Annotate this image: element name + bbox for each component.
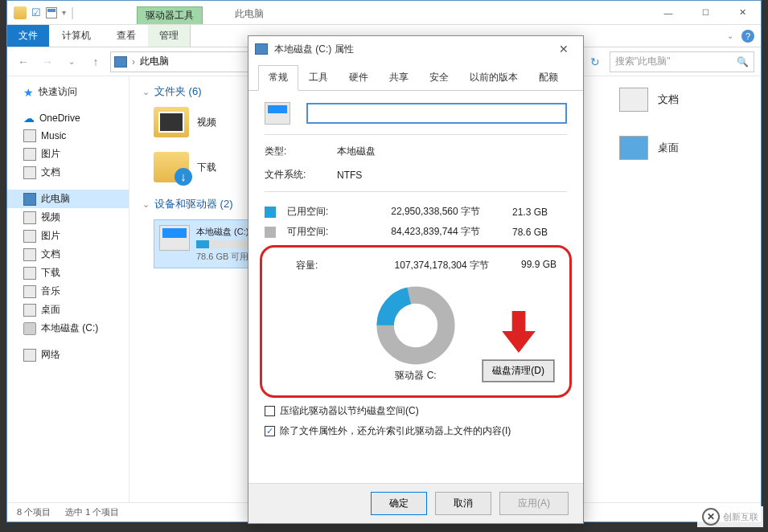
watermark-logo-icon: ✕ — [702, 508, 720, 526]
titlebar: ☑ ▾ | 驱动器工具 此电脑 — [7, 1, 761, 25]
type-value: 本地磁盘 — [337, 145, 376, 158]
tab-hardware[interactable]: 硬件 — [339, 65, 379, 90]
ribbon-collapse-icon[interactable]: ⌄ — [727, 31, 733, 40]
sidebar-network[interactable]: 网络 — [7, 346, 129, 364]
tab-quota[interactable]: 配额 — [528, 65, 569, 90]
folder-icon — [619, 88, 648, 112]
sidebar-music[interactable]: Music — [7, 127, 129, 145]
sidebar-documents2[interactable]: 文档 — [7, 245, 129, 264]
sidebar-documents[interactable]: 文档 — [7, 163, 129, 182]
checkbox-checked-icon: ✓ — [265, 426, 275, 436]
status-selected: 选中 1 个项目 — [65, 506, 119, 518]
cancel-button[interactable]: 取消 — [435, 492, 491, 515]
ribbon-view-tab[interactable]: 查看 — [104, 25, 149, 47]
drive-free-text: 78.6 GB 可用 — [196, 250, 254, 264]
dialog-buttons: 确定 取消 应用(A) — [248, 483, 583, 523]
documents-icon — [23, 248, 36, 261]
search-icon: 🔍 — [737, 56, 749, 68]
sidebar-downloads[interactable]: 下载 — [7, 264, 129, 282]
pictures-icon — [23, 148, 36, 161]
properties-icon[interactable]: ☑ — [31, 6, 41, 18]
status-item-count: 8 个项目 — [17, 506, 51, 518]
ribbon-computer-tab[interactable]: 计算机 — [49, 25, 104, 47]
sidebar-desktop[interactable]: 桌面 — [7, 301, 129, 319]
sidebar-this-pc[interactable]: 此电脑 — [7, 190, 129, 208]
forward-button[interactable]: → — [38, 52, 57, 72]
free-space-row: 可用空间: 84,423,839,744 字节 78.6 GB — [265, 222, 567, 242]
tab-sharing[interactable]: 共享 — [379, 65, 419, 90]
usage-donut-chart — [376, 285, 456, 366]
contextual-tab-driver-tools[interactable]: 驱动器工具 — [137, 6, 203, 24]
used-space-row: 已用空间: 22,950,338,560 字节 21.3 GB — [265, 202, 567, 222]
music-icon — [23, 285, 36, 298]
used-gb: 21.3 GB — [491, 207, 548, 218]
history-dropdown[interactable]: ⌄ — [62, 52, 81, 72]
used-color-swatch — [265, 207, 276, 218]
sidebar-onedrive[interactable]: ☁OneDrive — [7, 109, 129, 127]
quick-access-toolbar: ☑ ▾ | — [7, 6, 80, 20]
sidebar-local-c[interactable]: 本地磁盘 (C:) — [7, 319, 129, 338]
ribbon-file-tab[interactable]: 文件 — [7, 25, 49, 47]
maximize-button[interactable] — [687, 1, 724, 25]
apply-button[interactable]: 应用(A) — [499, 492, 569, 515]
free-gb: 78.6 GB — [491, 227, 548, 238]
callout-annotation: 容量: 107,374,178,304 字节 99.9 GB 驱动器 C: 磁盘… — [260, 245, 572, 398]
back-button[interactable]: ← — [14, 52, 33, 72]
refresh-icon[interactable]: ↻ — [590, 55, 600, 68]
free-color-swatch — [265, 227, 276, 238]
sidebar: ★快速访问 ☁OneDrive Music 图片 文档 此电脑 视频 图片 文档… — [7, 76, 129, 502]
disk-cleanup-button[interactable]: 磁盘清理(D) — [482, 359, 555, 383]
dialog-title: 本地磁盘 (C:) 属性 — [274, 43, 354, 56]
free-bytes: 84,423,839,744 字节 — [351, 225, 480, 239]
checkbox-unchecked-icon — [265, 406, 275, 416]
folder-icon — [154, 152, 189, 182]
folder-documents[interactable]: 文档 — [619, 88, 748, 112]
folder-downloads[interactable]: 下载 — [154, 152, 216, 182]
music-icon — [23, 129, 36, 142]
fs-value: NTFS — [337, 170, 362, 181]
pictures-icon — [23, 230, 36, 243]
type-label: 类型: — [265, 145, 321, 158]
video-icon — [23, 211, 36, 224]
dialog-titlebar: 本地磁盘 (C:) 属性 ✕ — [248, 36, 583, 62]
ribbon-manage-tab[interactable]: 管理 — [148, 25, 191, 47]
drive-icon — [159, 225, 190, 251]
dialog-close-button[interactable]: ✕ — [551, 39, 577, 59]
folder-icon — [619, 136, 648, 160]
sidebar-music2[interactable]: 音乐 — [7, 282, 129, 301]
address-text: 此电脑 — [140, 55, 169, 68]
ok-button[interactable]: 确定 — [371, 492, 427, 515]
qat-overflow-icon[interactable]: ▾ — [62, 8, 66, 17]
compress-checkbox-row[interactable]: 压缩此驱动器以节约磁盘空间(C) — [265, 404, 567, 418]
minimize-button[interactable] — [650, 1, 687, 25]
red-arrow-annotation — [502, 311, 536, 353]
window-title: 此电脑 — [235, 7, 264, 24]
index-checkbox-row[interactable]: ✓ 除了文件属性外，还允许索引此驱动器上文件的内容(I) — [265, 424, 567, 438]
sidebar-pictures[interactable]: 图片 — [7, 145, 129, 163]
sidebar-pictures2[interactable]: 图片 — [7, 227, 129, 245]
search-placeholder: 搜索"此电脑" — [615, 55, 671, 68]
capacity-bytes: 107,374,178,304 字节 — [360, 259, 489, 272]
app-icon[interactable] — [46, 7, 57, 18]
close-button[interactable] — [724, 1, 761, 25]
tab-security[interactable]: 安全 — [419, 65, 459, 90]
help-icon[interactable]: ? — [741, 30, 754, 43]
sidebar-quick-access[interactable]: ★快速访问 — [7, 83, 129, 101]
drive-name-input[interactable] — [306, 103, 567, 124]
search-input[interactable]: 搜索"此电脑" 🔍 — [610, 51, 754, 72]
star-icon: ★ — [23, 86, 34, 99]
folder-icon — [14, 6, 27, 19]
download-icon — [23, 267, 36, 280]
up-button[interactable]: ↑ — [86, 52, 105, 72]
watermark: ✕ 创新互联 — [697, 506, 763, 527]
fs-label: 文件系统: — [265, 168, 321, 182]
pc-icon — [23, 193, 36, 206]
documents-icon — [23, 166, 36, 179]
tab-general[interactable]: 常规 — [258, 65, 298, 91]
tab-previous[interactable]: 以前的版本 — [459, 65, 528, 90]
folder-icon — [154, 107, 189, 137]
folder-videos[interactable]: 视频 — [154, 107, 216, 137]
tab-tools[interactable]: 工具 — [298, 65, 339, 90]
sidebar-videos[interactable]: 视频 — [7, 208, 129, 227]
folder-desktop[interactable]: 桌面 — [619, 136, 748, 160]
